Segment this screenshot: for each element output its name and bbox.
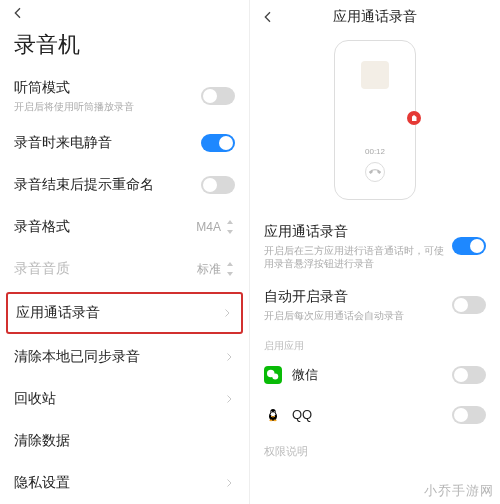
- svg-point-8: [274, 411, 275, 412]
- row-mute-incoming[interactable]: 录音时来电静音: [0, 122, 249, 164]
- row-label: 应用通话录音: [264, 223, 452, 242]
- row-quality: 录音音质 标准: [0, 248, 249, 290]
- app-row-qq[interactable]: QQ: [250, 395, 500, 435]
- toggle-listen-mode[interactable]: [201, 87, 235, 105]
- toggle-qq[interactable]: [452, 406, 486, 424]
- chevron-right-icon: [223, 351, 235, 363]
- row-label: 录音结束后提示重命名: [14, 176, 201, 195]
- row-clear-sync[interactable]: 清除本地已同步录音: [0, 336, 249, 378]
- row-enable-call-recording[interactable]: 应用通话录音 开启后在三方应用进行语音通话时，可使用录音悬浮按钮进行录音: [250, 214, 500, 279]
- svg-point-7: [271, 411, 272, 412]
- sort-icon: [225, 220, 235, 234]
- row-label: 应用通话录音: [16, 304, 221, 323]
- toggle-auto-start[interactable]: [452, 296, 486, 314]
- screen-recorder-settings: 录音机 听筒模式 开启后将使用听筒播放录音 录音时来电静音 录音结束后提示重命名: [0, 0, 250, 504]
- row-value: M4A: [196, 220, 221, 234]
- row-value: 标准: [197, 261, 221, 278]
- phone-frame: 00:12: [334, 40, 416, 200]
- app-name: 微信: [292, 366, 452, 384]
- row-label: 听筒模式: [14, 79, 201, 98]
- svg-point-1: [272, 373, 278, 379]
- row-rename-prompt[interactable]: 录音结束后提示重命名: [0, 164, 249, 206]
- back-icon[interactable]: [260, 9, 276, 25]
- row-label: 录音格式: [14, 218, 196, 237]
- toggle-mute-incoming[interactable]: [201, 134, 235, 152]
- row-label: 隐私设置: [14, 474, 223, 493]
- end-call-icon: [365, 162, 385, 182]
- sort-icon: [225, 262, 235, 276]
- topbar: 应用通话录音: [250, 0, 500, 34]
- screen-title: 应用通话录音: [276, 8, 474, 26]
- row-sub: 开启后将使用听筒播放录音: [14, 100, 201, 113]
- app-row-wechat[interactable]: 微信: [250, 355, 500, 395]
- row-sub: 开启后每次应用通话会自动录音: [264, 309, 452, 322]
- section-apps-label: 启用应用: [250, 331, 500, 355]
- row-label: 录音音质: [14, 260, 197, 279]
- row-label: 清除数据: [14, 432, 235, 451]
- toggle-rename-prompt[interactable]: [201, 176, 235, 194]
- record-badge-icon: [407, 111, 421, 125]
- row-label: 录音时来电静音: [14, 134, 201, 153]
- row-label: 清除本地已同步录音: [14, 348, 223, 367]
- app-name: QQ: [292, 407, 452, 422]
- permissions-link[interactable]: 权限说明: [250, 435, 500, 469]
- chevron-right-icon: [223, 393, 235, 405]
- qq-icon: [264, 406, 282, 424]
- wechat-icon: [264, 366, 282, 384]
- back-icon[interactable]: [10, 5, 26, 21]
- row-format[interactable]: 录音格式 M4A: [0, 206, 249, 248]
- phone-illustration: 00:12: [250, 34, 500, 214]
- row-recycle-bin[interactable]: 回收站: [0, 378, 249, 420]
- toggle-wechat[interactable]: [452, 366, 486, 384]
- watermark: 小乔手游网: [424, 482, 494, 500]
- row-sub: 开启后在三方应用进行语音通话时，可使用录音悬浮按钮进行录音: [264, 244, 452, 270]
- avatar-placeholder: [361, 61, 389, 89]
- chevron-right-icon: [223, 477, 235, 489]
- svg-point-6: [273, 419, 276, 421]
- call-timer: 00:12: [365, 147, 385, 156]
- settings-list: 听筒模式 开启后将使用听筒播放录音 录音时来电静音 录音结束后提示重命名: [0, 70, 249, 504]
- chevron-right-icon: [221, 307, 233, 319]
- topbar: [0, 0, 249, 26]
- row-label: 回收站: [14, 390, 223, 409]
- svg-point-5: [269, 419, 272, 421]
- row-app-call-recording[interactable]: 应用通话录音: [6, 292, 243, 334]
- row-auto-start[interactable]: 自动开启录音 开启后每次应用通话会自动录音: [250, 279, 500, 331]
- svg-point-4: [271, 412, 276, 416]
- row-label: 自动开启录音: [264, 288, 452, 307]
- page-title: 录音机: [0, 26, 249, 70]
- row-clear-data[interactable]: 清除数据: [0, 420, 249, 462]
- row-privacy-settings[interactable]: 隐私设置: [0, 462, 249, 504]
- toggle-enable-call-recording[interactable]: [452, 237, 486, 255]
- screen-app-call-recording: 应用通话录音 00:12 应用通话录音 开启后在三方应用进行语音通话时，可使用录…: [250, 0, 500, 504]
- row-listen-mode[interactable]: 听筒模式 开启后将使用听筒播放录音: [0, 70, 249, 122]
